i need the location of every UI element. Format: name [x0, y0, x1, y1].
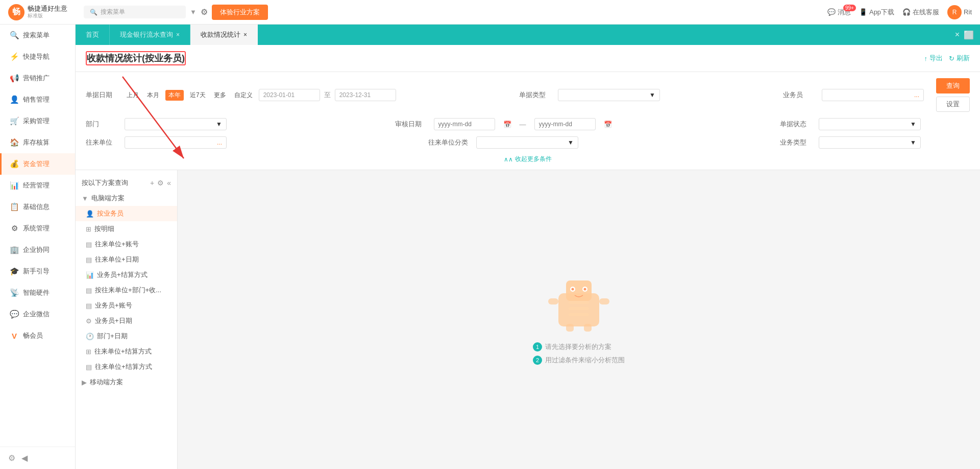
date-from-input[interactable] [259, 89, 320, 101]
sidebar-item-operations[interactable]: 📊 经营管理 [0, 175, 75, 196]
query-button[interactable]: 查询 [936, 78, 970, 93]
refresh-icon: ↻ [949, 55, 954, 62]
search-bar[interactable]: 🔍 搜索菜单 [84, 6, 186, 18]
date-label: 单据日期 [86, 90, 116, 100]
panel-group-toggle: ▼ [82, 195, 88, 202]
settings-gear-icon[interactable]: ⚙ [201, 7, 208, 17]
panel-item-counterpart-settle1[interactable]: ⊞ 往来单位+结算方式 [76, 344, 177, 359]
shortcut-last-month[interactable]: 上月 [125, 90, 141, 101]
panel-group-desktop[interactable]: ▼ 电脑端方案 [76, 191, 177, 206]
content-area: 首页 现金银行流水查询 × 收款情况统计 × × ⬜ 收款情况统计(按业务员) [76, 25, 980, 469]
tab-maximize[interactable]: ⬜ [964, 30, 974, 40]
shortcut-7days[interactable]: 近7天 [188, 90, 208, 101]
panel-item-counterpart-date[interactable]: ▤ 往来单位+日期 [76, 252, 177, 267]
business-type-select[interactable]: ▼ [819, 136, 921, 149]
salesman-select[interactable]: ... [822, 89, 924, 101]
tab-collection-stats-close[interactable]: × [243, 31, 247, 38]
calendar-icon-from[interactable]: 📅 [503, 121, 511, 128]
doc-type-select[interactable]: ▼ [558, 89, 660, 101]
refresh-button[interactable]: ↻ 刷新 [949, 54, 970, 63]
salesman-dots: ... [914, 91, 919, 99]
service-label: 在线客服 [913, 8, 939, 17]
sidebar-item-member[interactable]: V 畅会员 [0, 325, 75, 346]
logo-text: 畅捷通好生意 [28, 5, 67, 13]
search-icon: 🔍 [90, 9, 97, 16]
dept-select[interactable]: ▼ [125, 118, 227, 130]
review-date-to[interactable] [534, 118, 596, 130]
panel-add-icon[interactable]: + [150, 179, 154, 187]
settings-button[interactable]: 设置 [936, 97, 970, 112]
smart-hw-icon: 📡 [10, 288, 19, 297]
counterpart-select[interactable]: ... [125, 136, 227, 149]
sidebar-item-basic-info[interactable]: 📋 基础信息 [0, 196, 75, 218]
sidebar-item-guide[interactable]: 🎓 新手引导 [0, 261, 75, 282]
tab-close-window[interactable]: × [955, 30, 960, 39]
sidebar-settings-icon[interactable]: ⚙ [8, 453, 15, 463]
counterpart-label: 往来单位 [86, 138, 116, 147]
counterpart-type-select[interactable]: ▼ [476, 136, 578, 149]
doc-status-select[interactable]: ▼ [819, 118, 921, 130]
sidebar-item-sales[interactable]: 👤 销售管理 [0, 89, 75, 110]
panel-settings-icon[interactable]: ⚙ [157, 179, 164, 187]
panel-group-mobile[interactable]: ▶ 移动端方案 [76, 374, 177, 390]
member-icon: V [10, 332, 19, 340]
panel-item-by-salesman[interactable]: 👤 按业务员 [76, 206, 177, 221]
sidebar-item-inventory[interactable]: 🏠 库存核算 [0, 132, 75, 153]
person-icon: 👤 [86, 210, 94, 218]
sidebar-item-enterprise[interactable]: 🏢 企业协同 [0, 239, 75, 261]
panel-item-label: 按业务员 [97, 209, 124, 218]
panel-item-counterpart-account[interactable]: ▤ 往来单位+账号 [76, 237, 177, 252]
dept-dropdown-icon: ▼ [216, 121, 222, 128]
calendar-icon-to[interactable]: 📅 [604, 121, 612, 128]
date-to-input[interactable] [335, 89, 396, 101]
tab-bank-flow[interactable]: 现金银行流水查询 × [110, 25, 190, 45]
panel-item-counterpart-settle2[interactable]: ▤ 往来单位+结算方式 [76, 359, 177, 374]
app-download-item[interactable]: 📱 App下载 [859, 8, 894, 17]
tab-collection-stats[interactable]: 收款情况统计 × [190, 25, 258, 45]
panel-collapse-icon[interactable]: « [167, 179, 171, 187]
tab-bank-flow-close[interactable]: × [176, 31, 180, 38]
sidebar-item-smart-hw[interactable]: 📡 智能硬件 [0, 282, 75, 303]
svg-rect-14 [584, 324, 592, 332]
sidebar-item-marketing[interactable]: 📢 营销推广 [0, 67, 75, 89]
sidebar-item-purchase[interactable]: 🛒 采购管理 [0, 110, 75, 132]
online-service-item[interactable]: 🎧 在线客服 [902, 8, 939, 17]
review-date-from[interactable] [434, 118, 495, 130]
tab-bar: 首页 现金银行流水查询 × 收款情况统计 × × ⬜ [76, 25, 980, 45]
export-button[interactable]: ↑ 导出 [924, 54, 943, 63]
shortcut-custom[interactable]: 自定义 [232, 90, 255, 101]
sidebar-item-label: 资金管理 [23, 159, 50, 169]
panel-item-detail[interactable]: ⊞ 按明细 [76, 221, 177, 237]
trial-button[interactable]: 体验行业方案 [212, 5, 268, 20]
panel-item-salesman-date[interactable]: ⚙ 业务员+日期 [76, 313, 177, 329]
shortcut-this-month[interactable]: 本月 [145, 90, 161, 101]
user-avatar[interactable]: R Rit [947, 5, 972, 19]
panel-item-salesman-settlement[interactable]: 📊 业务员+结算方式 [76, 267, 177, 283]
content-body: 1 请先选择要分析的方案 2 用过滤条件来缩小分析范围 [178, 170, 980, 469]
app-icon: 📱 [859, 8, 867, 16]
sidebar-item-finance[interactable]: 💰 资金管理 [0, 153, 75, 175]
collapse-label: 收起更多条件 [515, 155, 552, 163]
panel-item-salesman-account[interactable]: ▤ 业务员+账号 [76, 298, 177, 313]
messages-item[interactable]: 💬 消息 99+ [827, 8, 851, 17]
svg-point-6 [572, 288, 574, 290]
svg-rect-12 [569, 313, 589, 316]
enterprise-icon: 🏢 [10, 245, 19, 254]
panel-item-label: 按往来单位+部门+收... [95, 286, 161, 295]
collapse-more-btn[interactable]: ∧∧ 收起更多条件 [86, 155, 970, 163]
nav-dropdown-arrow[interactable]: ▼ [190, 8, 197, 16]
sidebar-item-wechat[interactable]: 💬 企业微信 [0, 303, 75, 325]
sidebar-collapse-icon[interactable]: ◀ [21, 453, 28, 463]
panel-item-dept-date[interactable]: 🕐 部门+日期 [76, 329, 177, 344]
sidebar-item-quick-nav[interactable]: ⚡ 快捷导航 [0, 46, 75, 67]
panel-item-counterpart-dept[interactable]: ▤ 按往来单位+部门+收... [76, 283, 177, 298]
main-layout: 🔍 搜索菜单 ⚡ 快捷导航 📢 营销推广 👤 销售管理 🛒 采购管理 🏠 库存核… [0, 25, 980, 469]
sidebar-item-search-menu[interactable]: 🔍 搜索菜单 [0, 25, 75, 46]
shortcut-more[interactable]: 更多 [212, 90, 228, 101]
shortcut-this-year[interactable]: 本年 [165, 90, 184, 101]
sidebar-item-label: 库存核算 [23, 138, 50, 147]
sidebar-item-system[interactable]: ⚙ 系统管理 [0, 218, 75, 239]
page-title-box: 收款情况统计(按业务员) [86, 51, 186, 65]
table-icon2: ▤ [86, 256, 92, 264]
tab-home[interactable]: 首页 [76, 25, 110, 45]
